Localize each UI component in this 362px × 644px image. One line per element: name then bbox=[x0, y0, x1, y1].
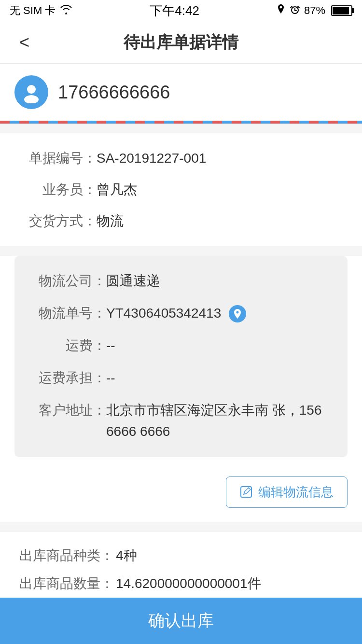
section-separator bbox=[0, 522, 362, 532]
dashed-divider bbox=[0, 121, 362, 124]
svg-rect-6 bbox=[241, 487, 251, 497]
wifi-icon bbox=[59, 4, 73, 17]
tracking-location-icon[interactable] bbox=[229, 305, 246, 322]
logistics-address-label: 客户地址： bbox=[29, 400, 106, 421]
delivery-method-row: 交货方式： 物流 bbox=[19, 210, 343, 232]
edit-logistics-label: 编辑物流信息 bbox=[258, 484, 334, 501]
sales-person-value: 曾凡杰 bbox=[97, 179, 343, 201]
order-no-label: 单据编号： bbox=[19, 148, 97, 169]
logistics-tracking-value: YT4306405342413 bbox=[106, 303, 333, 324]
logistics-company-value: 圆通速递 bbox=[106, 270, 333, 292]
order-no-value: SA-20191227-001 bbox=[97, 148, 343, 169]
product-type-row: 出库商品种类： 4种 bbox=[19, 546, 343, 565]
logistics-address-row: 客户地址： 北京市市辖区海淀区永丰南 张，156 6666 6666 bbox=[29, 400, 333, 443]
customer-header: 17666666666 bbox=[0, 64, 362, 121]
product-type-value: 4种 bbox=[116, 546, 137, 565]
tracking-number: YT4306405342413 bbox=[106, 303, 221, 324]
delivery-method-label: 交货方式： bbox=[19, 210, 97, 232]
logistics-card: 物流公司： 圆通速递 物流单号： YT4306405342413 运费： -- … bbox=[14, 256, 348, 457]
edit-icon bbox=[240, 486, 253, 499]
product-type-label: 出库商品种类： bbox=[19, 546, 116, 565]
logistics-company-row: 物流公司： 圆通速递 bbox=[29, 270, 333, 292]
sales-person-row: 业务员： 曾凡杰 bbox=[19, 179, 343, 201]
confirm-button-label: 确认出库 bbox=[148, 610, 214, 632]
logistics-company-label: 物流公司： bbox=[29, 270, 106, 292]
summary-section: 出库商品种类： 4种 出库商品数量： 14.620000000000001件 bbox=[0, 532, 362, 607]
status-bar-right: 87% bbox=[276, 4, 352, 17]
logistics-freight-value: -- bbox=[106, 335, 333, 357]
edit-btn-row: 编辑物流信息 bbox=[0, 467, 362, 522]
logistics-freight-bearer-value: -- bbox=[106, 367, 333, 389]
order-no-row: 单据编号： SA-20191227-001 bbox=[19, 148, 343, 169]
product-quantity-row: 出库商品数量： 14.620000000000001件 bbox=[19, 574, 343, 593]
edit-logistics-button[interactable]: 编辑物流信息 bbox=[226, 476, 348, 508]
svg-point-4 bbox=[24, 95, 39, 103]
nav-bar: < 待出库单据详情 bbox=[0, 21, 362, 64]
svg-point-3 bbox=[27, 85, 36, 94]
status-bar-left: 无 SIM 卡 bbox=[10, 3, 73, 18]
logistics-freight-bearer-label: 运费承担： bbox=[29, 367, 106, 389]
sales-person-label: 业务员： bbox=[19, 179, 97, 201]
carrier-label: 无 SIM 卡 bbox=[10, 3, 56, 18]
battery-icon bbox=[331, 5, 352, 16]
logistics-freight-label: 运费： bbox=[29, 335, 106, 357]
back-button[interactable]: < bbox=[14, 28, 34, 57]
product-quantity-label: 出库商品数量： bbox=[19, 574, 116, 593]
battery-percentage: 87% bbox=[304, 4, 325, 17]
location-status-icon bbox=[276, 4, 286, 17]
page-title: 待出库单据详情 bbox=[124, 31, 238, 54]
status-bar-time: 下午4:42 bbox=[150, 2, 199, 19]
order-info-section: 单据编号： SA-20191227-001 业务员： 曾凡杰 交货方式： 物流 bbox=[0, 133, 362, 246]
delivery-method-value: 物流 bbox=[97, 210, 343, 232]
logistics-freight-bearer-row: 运费承担： -- bbox=[29, 367, 333, 389]
alarm-status-icon bbox=[290, 4, 300, 17]
status-bar: 无 SIM 卡 下午4:42 87% bbox=[0, 0, 362, 21]
avatar bbox=[14, 75, 48, 109]
product-quantity-value: 14.620000000000001件 bbox=[116, 574, 261, 593]
logistics-freight-row: 运费： -- bbox=[29, 335, 333, 357]
confirm-button[interactable]: 确认出库 bbox=[0, 598, 362, 644]
customer-phone: 17666666666 bbox=[58, 82, 170, 103]
logistics-address-value: 北京市市辖区海淀区永丰南 张，156 6666 6666 bbox=[106, 400, 333, 443]
logistics-tracking-label: 物流单号： bbox=[29, 303, 106, 324]
logistics-tracking-row: 物流单号： YT4306405342413 bbox=[29, 303, 333, 324]
